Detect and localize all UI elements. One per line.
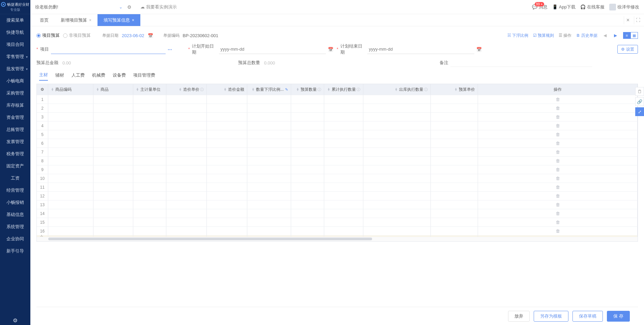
delete-row-icon[interactable]: 🗑 (556, 123, 560, 128)
col-cumulative-exec[interactable]: ▲▼累计执行数量ⓘ (324, 84, 363, 95)
app-download-button[interactable]: 📱 App下载 (552, 4, 576, 10)
table-row[interactable]: 14🗑 (37, 209, 638, 218)
table-cell[interactable] (207, 130, 247, 139)
table-cell[interactable] (324, 104, 363, 112)
table-cell[interactable] (291, 113, 324, 121)
table-cell[interactable] (166, 227, 207, 235)
table-cell[interactable] (324, 121, 363, 130)
table-cell[interactable] (363, 192, 431, 200)
table-cell[interactable] (133, 113, 166, 121)
table-cell[interactable] (247, 174, 291, 183)
column-config-icon[interactable]: ⚙ (37, 84, 48, 95)
table-cell[interactable] (247, 113, 291, 121)
table-cell[interactable] (431, 174, 478, 183)
delete-row-icon[interactable]: 🗑 (556, 114, 560, 119)
rail-expand-icon[interactable]: ⤢ (635, 107, 644, 116)
table-cell[interactable] (93, 113, 133, 121)
tab-expand-icon[interactable]: ⛶ (634, 16, 642, 24)
table-cell[interactable] (207, 218, 247, 226)
table-cell[interactable] (324, 192, 363, 200)
table-cell[interactable] (291, 200, 324, 209)
table-cell[interactable] (324, 209, 363, 218)
delete-row-icon[interactable]: 🗑 (556, 211, 560, 216)
table-cell[interactable] (166, 157, 207, 165)
page-tab[interactable]: 首页 (34, 14, 55, 26)
radio-non-project-budget[interactable]: 非项目预算 (63, 32, 91, 38)
table-cell[interactable] (324, 183, 363, 191)
table-cell[interactable] (93, 227, 133, 235)
table-cell[interactable] (133, 183, 166, 191)
col-unit-price[interactable]: ▲▼造价单价ⓘ (166, 84, 207, 95)
table-row[interactable]: 15🗑 (37, 218, 638, 226)
table-cell[interactable] (247, 227, 291, 235)
nav-item[interactable]: 资金管理 (0, 111, 30, 124)
table-cell[interactable] (93, 192, 133, 200)
table-cell[interactable] (247, 157, 291, 165)
table-cell[interactable] (247, 95, 291, 104)
table-cell[interactable] (247, 218, 291, 226)
nav-item[interactable]: 工资 (0, 172, 30, 184)
table-cell[interactable] (207, 121, 247, 130)
calendar-icon[interactable]: 📅 (328, 47, 333, 52)
table-cell[interactable] (207, 209, 247, 218)
table-cell[interactable] (291, 148, 324, 156)
table-row[interactable]: 13🗑 (37, 200, 638, 209)
nav-item[interactable]: 企业协同 (0, 233, 30, 245)
table-cell[interactable] (431, 183, 478, 191)
nav-item[interactable]: 项目合同 (0, 38, 30, 51)
nav-item[interactable]: 发票管理 (0, 136, 30, 148)
nav-item[interactable]: 零售管理▾ (0, 51, 30, 63)
table-cell[interactable] (48, 148, 93, 156)
table-cell[interactable] (363, 104, 431, 112)
table-cell[interactable] (48, 183, 93, 191)
calendar-icon[interactable]: 📅 (148, 33, 153, 38)
delete-row-icon[interactable]: 🗑 (556, 141, 560, 146)
delete-row-icon[interactable]: 🗑 (556, 97, 560, 102)
table-cell[interactable] (133, 200, 166, 209)
table-cell[interactable] (93, 165, 133, 174)
material-tab[interactable]: 机械费 (92, 72, 105, 80)
col-float-ratio[interactable]: ▲▼数量下浮比例...✎ (247, 84, 291, 95)
table-row[interactable]: 3🗑 (37, 112, 638, 121)
table-cell[interactable] (207, 148, 247, 156)
table-cell[interactable] (324, 157, 363, 165)
table-cell[interactable] (166, 95, 207, 104)
table-cell[interactable] (48, 113, 93, 121)
table-cell[interactable] (48, 192, 93, 200)
col-amount[interactable]: ▲▼造价金额 (207, 84, 247, 95)
company-chevron-icon[interactable]: ⌄ (119, 5, 122, 9)
nav-item[interactable]: 新手引导 (0, 245, 30, 257)
table-cell[interactable] (207, 192, 247, 200)
table-cell[interactable] (93, 174, 133, 183)
table-cell[interactable] (166, 218, 207, 226)
table-cell[interactable] (291, 157, 324, 165)
tab-close-all-icon[interactable]: ✕ (624, 16, 632, 24)
table-cell[interactable] (324, 130, 363, 139)
table-cell[interactable] (166, 121, 207, 130)
delete-row-icon[interactable]: 🗑 (556, 185, 560, 190)
table-cell[interactable] (431, 200, 478, 209)
view-list-icon[interactable]: ≡ (623, 32, 631, 39)
table-cell[interactable] (363, 95, 431, 104)
table-cell[interactable] (247, 192, 291, 200)
messages-button[interactable]: 💬 消息 99 + (532, 4, 548, 10)
table-cell[interactable] (291, 183, 324, 191)
delete-row-icon[interactable]: 🗑 (556, 167, 560, 172)
user-menu[interactable]: 徐泽华修改 (609, 4, 639, 10)
table-cell[interactable] (133, 104, 166, 112)
table-row[interactable]: 7🗑 (37, 147, 638, 156)
nav-settings-gear[interactable]: ⚙ (0, 316, 30, 325)
table-cell[interactable] (247, 165, 291, 174)
table-cell[interactable] (133, 218, 166, 226)
material-tab[interactable]: 人工费 (72, 72, 85, 80)
table-cell[interactable] (93, 139, 133, 147)
table-cell[interactable] (363, 209, 431, 218)
table-cell[interactable] (133, 130, 166, 139)
table-cell[interactable] (133, 95, 166, 104)
nav-item[interactable]: 小畅报销 (0, 196, 30, 209)
close-icon[interactable]: × (89, 18, 91, 23)
table-cell[interactable] (291, 121, 324, 130)
table-cell[interactable] (133, 192, 166, 200)
plan-end-input[interactable] (367, 45, 474, 54)
table-row[interactable]: 9🗑 (37, 165, 638, 174)
